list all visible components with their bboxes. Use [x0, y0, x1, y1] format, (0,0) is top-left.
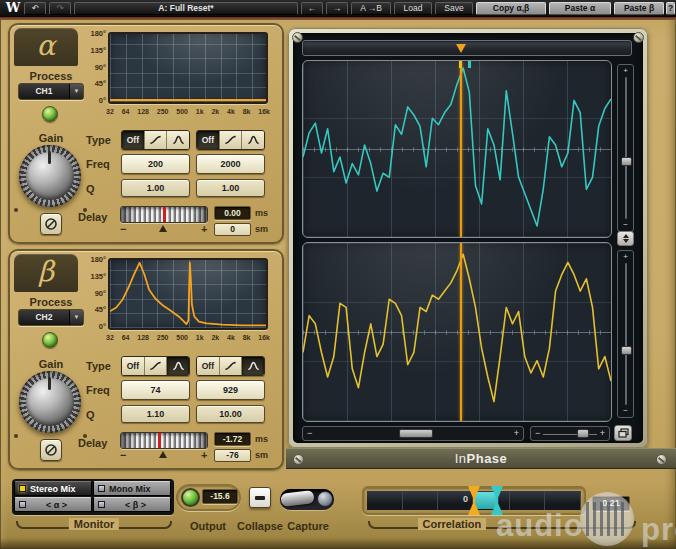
alpha-delay-samples-field[interactable]: 0: [214, 223, 251, 236]
monitor-beta-button[interactable]: < β >: [93, 497, 171, 512]
output-led-button[interactable]: [181, 488, 200, 507]
plus-label[interactable]: +: [618, 66, 633, 76]
filter-shelf-button[interactable]: [145, 131, 168, 149]
minus-label[interactable]: −: [618, 220, 633, 230]
stereo-mix-button[interactable]: Stereo Mix: [14, 481, 92, 496]
filter-off-button[interactable]: Off: [197, 131, 220, 149]
filter-off-button[interactable]: Off: [197, 357, 220, 375]
alpha-filter1-type: Off: [121, 130, 190, 150]
undo-button[interactable]: ↶: [24, 2, 46, 15]
mono-mix-button[interactable]: Mono Mix: [93, 481, 171, 496]
horizontal-scrollbar[interactable]: − +: [302, 426, 524, 441]
beta-q2-field[interactable]: 10.00: [196, 405, 265, 423]
minus-label[interactable]: −: [307, 428, 312, 439]
paste-beta-button[interactable]: Paste β: [614, 2, 664, 15]
filter-bell-button[interactable]: [167, 357, 189, 375]
pane-split-spinner[interactable]: [617, 231, 634, 246]
plus-label[interactable]: +: [600, 428, 605, 439]
bell-curve-icon: [171, 134, 186, 146]
filter-shelf-button[interactable]: [220, 131, 243, 149]
alpha-gain-knob[interactable]: [19, 145, 81, 207]
save-button[interactable]: Save: [435, 2, 473, 15]
alpha-q1-field[interactable]: 1.00: [121, 179, 190, 197]
tick-label: 16k: [258, 108, 270, 115]
next-preset-button[interactable]: →: [326, 2, 348, 15]
beta-freq1-field[interactable]: 74: [121, 380, 190, 400]
alpha-freq1-field[interactable]: 200: [121, 154, 190, 174]
top-zoom-vertical-slider[interactable]: + −: [617, 64, 634, 232]
beta-phase-curve: [110, 260, 266, 328]
plus-label[interactable]: +: [514, 428, 519, 439]
filter-bell-button[interactable]: [242, 131, 264, 149]
overview-marker-icon[interactable]: [456, 44, 466, 53]
alpha-freq2-field[interactable]: 2000: [196, 154, 265, 174]
waveform-pane-bottom[interactable]: [302, 242, 612, 422]
waveform-top-curve: [303, 61, 611, 237]
scrollbar-handle[interactable]: [399, 429, 433, 438]
filter-bell-button[interactable]: [167, 131, 189, 149]
time-cursor[interactable]: [460, 243, 462, 421]
pane-link-button[interactable]: [614, 425, 632, 441]
preset-field[interactable]: A: Full Reset*: [74, 2, 298, 15]
cursor-tick-cyan: [468, 61, 471, 68]
copy-ab-button[interactable]: Copy α,β: [476, 2, 546, 15]
help-button[interactable]: ?: [666, 2, 675, 15]
filter-off-button[interactable]: Off: [122, 357, 145, 375]
alpha-section: α Process CH1 ▼ Gain 180°135°90°45°0° 32…: [8, 23, 284, 244]
beta-gain-knob[interactable]: [19, 371, 81, 433]
freq-axis-ticks: 32641282505001k2k4k8k16k: [106, 334, 270, 341]
a-to-b-button[interactable]: A →B: [351, 2, 391, 15]
beta-q1-field[interactable]: 1.10: [121, 405, 190, 423]
beta-phase-invert-button[interactable]: [40, 439, 62, 461]
paste-alpha-button[interactable]: Paste α: [549, 2, 611, 15]
load-button[interactable]: Load: [394, 2, 432, 15]
screw-icon: [633, 32, 644, 43]
alpha-phase-invert-button[interactable]: [40, 213, 62, 235]
monitor-bracket: Monitor: [16, 521, 172, 529]
gain-label: Gain: [22, 132, 80, 144]
minimize-icon: [255, 496, 265, 500]
collapse-button[interactable]: [249, 487, 271, 508]
filter-off-button[interactable]: Off: [122, 131, 145, 149]
alpha-delay-ms-display[interactable]: 0.00: [214, 206, 251, 220]
bottom-zoom-vertical-slider[interactable]: + −: [617, 250, 634, 418]
beta-delay-wheel[interactable]: [120, 432, 208, 449]
alpha-phase-curve: [110, 34, 266, 102]
alpha-q2-field[interactable]: 1.00: [196, 179, 265, 197]
tick-label: 250: [157, 334, 169, 341]
time-cursor[interactable]: [460, 61, 462, 237]
overview-strip[interactable]: [302, 40, 632, 56]
tick-label: 180°: [90, 29, 106, 38]
beta-freq2-field[interactable]: 929: [196, 380, 265, 400]
alpha-channel-select[interactable]: CH1 ▼: [18, 83, 84, 100]
screw-icon: [293, 454, 304, 465]
beta-channel-select[interactable]: CH2 ▼: [18, 309, 84, 326]
phase-axis-ticks: 180°135°90°45°0°: [78, 29, 106, 105]
prev-preset-button[interactable]: ←: [301, 2, 323, 15]
knob-min-dot: [14, 208, 18, 212]
redo-button[interactable]: ↷: [49, 2, 71, 15]
slider-handle[interactable]: [577, 429, 589, 438]
filter-shelf-button[interactable]: [220, 357, 243, 375]
plugin-name-bold: Phase: [467, 451, 508, 466]
minus-label[interactable]: −: [535, 428, 540, 439]
alpha-delay-wheel[interactable]: [120, 206, 208, 223]
beta-delay-ms-display[interactable]: -1.72: [214, 432, 251, 446]
redo-icon: ↷: [56, 3, 63, 13]
plus-label[interactable]: +: [618, 252, 633, 262]
filter-shelf-button[interactable]: [145, 357, 168, 375]
led-square-off: [98, 485, 105, 492]
monitor-alpha-label: < α >: [30, 500, 91, 510]
filter-bell-button[interactable]: [242, 357, 264, 375]
output-value-display[interactable]: -15.6: [202, 489, 238, 504]
beta-active-led: [42, 332, 58, 348]
tick-label: 128: [137, 108, 149, 115]
slider-handle[interactable]: [621, 157, 632, 166]
phase-axis-ticks: 180°135°90°45°0°: [78, 255, 106, 331]
beta-delay-samples-field[interactable]: -76: [214, 449, 251, 462]
minus-label[interactable]: −: [618, 406, 633, 416]
time-zoom-slider[interactable]: − +: [530, 426, 610, 441]
monitor-alpha-button[interactable]: < α >: [14, 497, 92, 512]
waveform-pane-top[interactable]: [302, 60, 612, 238]
slider-handle[interactable]: [621, 346, 632, 355]
